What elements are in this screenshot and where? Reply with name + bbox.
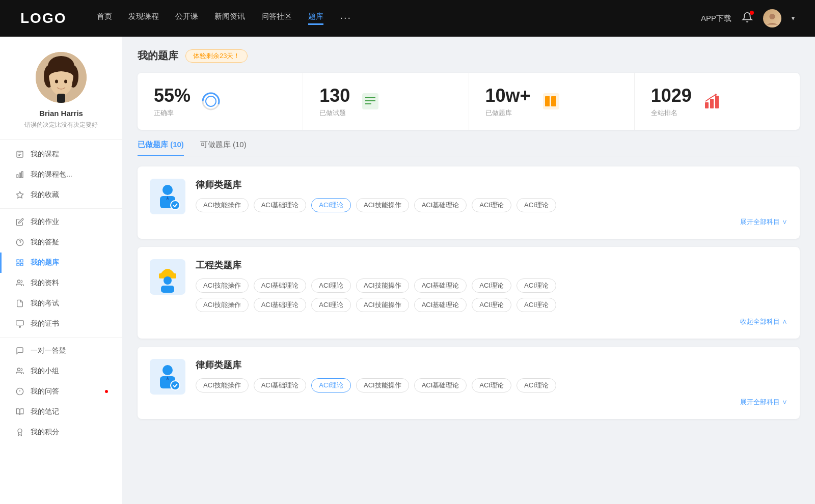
menu-label-cert: 我的证书	[31, 319, 59, 328]
tag-2-r2-2[interactable]: ACI基础理论	[254, 298, 307, 312]
book-icon	[542, 92, 560, 110]
sidebar-item-collection[interactable]: 我的收藏	[0, 185, 122, 205]
svg-point-46	[715, 94, 717, 96]
tag-2-r1-2[interactable]: ACI基础理论	[254, 278, 307, 293]
qbank-card-2: 工程类题库 ACI技能操作 ACI基础理论 ACI理论 ACI技能操作 ACI基…	[138, 247, 800, 339]
chat-icon	[15, 346, 24, 355]
svg-rect-21	[20, 260, 23, 262]
nav-more[interactable]: ···	[340, 12, 351, 25]
notification-bell[interactable]	[742, 12, 753, 25]
menu-label-notes: 我的笔记	[31, 407, 59, 416]
nav-link-qa[interactable]: 问答社区	[261, 12, 292, 25]
tag-2-r1-4[interactable]: ACI技能操作	[356, 278, 409, 293]
tag-2-r1-1[interactable]: ACI技能操作	[196, 278, 249, 293]
nav-right: APP下载 ▾	[701, 9, 795, 27]
svg-rect-15	[19, 173, 21, 178]
tag-1-6[interactable]: ACI理论	[472, 198, 511, 212]
menu-label-homework: 我的作业	[31, 217, 59, 227]
sidebar-item-notes[interactable]: 我的笔记	[0, 402, 122, 422]
sidebar-item-profile[interactable]: 我的资料	[0, 273, 122, 293]
group-icon	[15, 367, 24, 376]
tag-2-r2-3[interactable]: ACI理论	[311, 298, 351, 312]
menu-label-myquestions: 我的问答	[31, 387, 59, 396]
svg-point-57	[162, 365, 173, 375]
sidebar-item-group[interactable]: 我的小组	[0, 361, 122, 381]
tabs-bar: 已做题库 (10) 可做题库 (10)	[138, 140, 800, 156]
menu-label-oneone: 一对一答疑	[31, 346, 66, 355]
stat-accuracy: 55% 正确率	[138, 73, 303, 130]
user-profile: Brian Harris 错误的决定比没有决定要好	[0, 52, 122, 140]
tab-todo[interactable]: 可做题库 (10)	[200, 140, 247, 156]
nav-link-qbank[interactable]: 题库	[308, 12, 323, 25]
nav-link-news[interactable]: 新闻资讯	[214, 12, 245, 25]
tag-2-r1-6[interactable]: ACI理论	[472, 278, 511, 293]
svg-rect-44	[710, 99, 714, 108]
svg-point-51	[171, 201, 180, 210]
svg-point-48	[162, 185, 173, 195]
svg-rect-43	[705, 102, 709, 108]
tag-1-2[interactable]: ACI基础理论	[254, 198, 307, 212]
qbank-tags-2-row1: ACI技能操作 ACI基础理论 ACI理论 ACI技能操作 ACI基础理论 AC…	[196, 278, 787, 293]
collapse-btn-2[interactable]: 收起全部科目 ∧	[196, 317, 787, 326]
svg-point-34	[206, 96, 216, 106]
tag-1-3[interactable]: ACI理论	[311, 198, 351, 212]
stat-accuracy-label: 正确率	[154, 108, 191, 118]
sidebar-item-homework[interactable]: 我的作业	[0, 212, 122, 232]
user-dropdown-arrow[interactable]: ▾	[792, 15, 795, 22]
tag-2-r1-5[interactable]: ACI基础理论	[414, 278, 467, 293]
list-icon	[361, 92, 379, 110]
tag-2-r2-1[interactable]: ACI技能操作	[196, 298, 249, 312]
tag-3-4[interactable]: ACI技能操作	[356, 378, 409, 393]
sidebar-item-qa[interactable]: 我的答疑	[0, 232, 122, 253]
svg-rect-25	[16, 321, 24, 325]
expand-btn-3[interactable]: 展开全部科目 ∨	[196, 398, 787, 407]
questions-dot	[105, 390, 108, 393]
stat-ranking-value: 1029	[651, 85, 692, 106]
nav-link-home[interactable]: 首页	[97, 12, 112, 25]
svg-rect-14	[17, 175, 18, 178]
tag-2-r2-5[interactable]: ACI基础理论	[414, 298, 467, 312]
menu-label-group: 我的小组	[31, 367, 59, 376]
sidebar: Brian Harris 错误的决定比没有决定要好 我的课程 我的课程包...	[0, 37, 122, 504]
tag-3-6[interactable]: ACI理论	[472, 378, 511, 393]
lawyer-icon-3	[150, 359, 185, 395]
sidebar-item-myquestions[interactable]: 我的问答	[0, 381, 122, 402]
tag-1-1[interactable]: ACI技能操作	[196, 198, 249, 212]
stat-done-banks-value: 10w+	[485, 85, 531, 106]
svg-rect-16	[21, 172, 23, 178]
tag-2-r2-6[interactable]: ACI理论	[472, 298, 511, 312]
trial-badge: 体验剩余23天！	[185, 49, 248, 63]
app-download-btn[interactable]: APP下载	[701, 14, 731, 23]
sidebar-item-points[interactable]: 我的积分	[0, 422, 122, 442]
svg-rect-45	[715, 96, 719, 108]
tab-done[interactable]: 已做题库 (10)	[138, 140, 184, 156]
nav-link-opencourse[interactable]: 公开课	[175, 12, 198, 25]
tag-3-3[interactable]: ACI理论	[311, 378, 351, 393]
tag-1-5[interactable]: ACI基础理论	[414, 198, 467, 212]
tag-3-2[interactable]: ACI基础理论	[254, 378, 307, 393]
sidebar-item-my-course[interactable]: 我的课程	[0, 144, 122, 164]
tag-1-4[interactable]: ACI技能操作	[356, 198, 409, 212]
tag-3-7[interactable]: ACI理论	[517, 378, 556, 393]
menu-divider-1	[0, 208, 122, 209]
tag-2-r1-3[interactable]: ACI理论	[311, 278, 351, 293]
nav-link-discover[interactable]: 发现课程	[128, 12, 159, 25]
tag-2-r2-7[interactable]: ACI理论	[517, 298, 556, 312]
stat-done-questions: 130 已做试题	[303, 73, 469, 130]
tag-3-1[interactable]: ACI技能操作	[196, 378, 249, 393]
nav-links: 首页 发现课程 公开课 新闻资讯 问答社区 题库 ···	[97, 12, 701, 25]
sidebar-item-oneone[interactable]: 一对一答疑	[0, 341, 122, 361]
expand-btn-1[interactable]: 展开全部科目 ∨	[196, 217, 787, 227]
sidebar-item-cert[interactable]: 我的证书	[0, 314, 122, 334]
sidebar-item-course-package[interactable]: 我的课程包...	[0, 164, 122, 185]
svg-point-60	[171, 381, 180, 390]
sidebar-item-qbank[interactable]: 我的题库	[0, 253, 122, 273]
user-avatar[interactable]	[763, 9, 781, 27]
svg-point-0	[769, 14, 775, 19]
tag-2-r2-4[interactable]: ACI技能操作	[356, 298, 409, 312]
tag-1-7[interactable]: ACI理论	[517, 198, 556, 212]
tag-2-r1-7[interactable]: ACI理论	[517, 278, 556, 293]
menu-label-qa: 我的答疑	[31, 238, 59, 247]
tag-3-5[interactable]: ACI基础理论	[414, 378, 467, 393]
sidebar-item-exam[interactable]: 我的考试	[0, 293, 122, 314]
